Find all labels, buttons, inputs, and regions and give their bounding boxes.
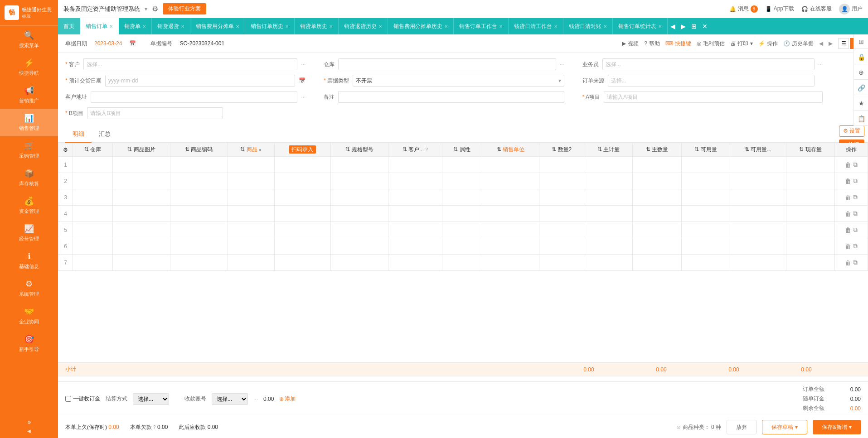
tab-return-history[interactable]: 销货退货历史 ✕ bbox=[339, 18, 388, 34]
app-download-btn[interactable]: 📱 App下载 bbox=[765, 5, 794, 13]
sidebar-item-system[interactable]: ⚙ 系统管理 bbox=[0, 274, 58, 302]
tab-summary[interactable]: 汇总 bbox=[92, 126, 118, 143]
row-5-delete[interactable]: 🗑 bbox=[845, 226, 851, 234]
row-7-copy[interactable]: ⧉ bbox=[853, 259, 858, 266]
delivery-calendar-icon[interactable]: 📅 bbox=[299, 77, 305, 84]
col-mainqty-sort[interactable]: ⇅ bbox=[646, 146, 650, 153]
ticket-dropdown-icon[interactable]: ▾ bbox=[558, 77, 561, 84]
save-new-dropdown-icon[interactable]: ▾ bbox=[849, 424, 852, 430]
warehouse-more-icon[interactable]: ··· bbox=[560, 61, 564, 67]
tab-close-goods[interactable]: ✕ bbox=[142, 24, 146, 29]
save-draft-btn[interactable]: 保存草稿 ▾ bbox=[762, 420, 807, 434]
view-btn[interactable]: ▶ 视频 bbox=[622, 40, 639, 48]
order-source-input[interactable] bbox=[608, 75, 815, 87]
shortcut-btn[interactable]: ⌨ 快捷键 bbox=[665, 40, 691, 48]
top-settings-icon[interactable]: ⚙ bbox=[152, 5, 158, 13]
layout-list-btn[interactable]: ☰ bbox=[838, 38, 849, 49]
sidebar-item-inventory[interactable]: 📦 库存核算 bbox=[0, 164, 58, 192]
row-2-copy[interactable]: ⧉ bbox=[853, 177, 858, 185]
sidebar-item-basic-info[interactable]: ℹ 基础信息 bbox=[0, 247, 58, 274]
row-4-delete[interactable]: 🗑 bbox=[845, 210, 851, 217]
customer-addr-more-icon[interactable]: ··· bbox=[301, 94, 305, 100]
customer-more-icon[interactable]: ··· bbox=[301, 61, 305, 67]
col-qty2-sort[interactable]: ⇅ bbox=[552, 146, 556, 153]
right-icon-4[interactable]: 🔗 bbox=[854, 81, 868, 95]
history-btn[interactable]: 🕐 历史单据 bbox=[783, 40, 814, 48]
col-unit-sort[interactable]: ⇅ bbox=[497, 146, 501, 153]
sidebar-item-marketing[interactable]: 📢 营销推广 bbox=[0, 81, 58, 109]
tab-sales-workbench[interactable]: 销售订单工作台 ✕ bbox=[454, 18, 509, 34]
tab-sales-fee[interactable]: 销售费用分摊单 ✕ bbox=[190, 18, 245, 34]
row-1-copy[interactable]: ⧉ bbox=[853, 161, 858, 168]
account-more-icon[interactable]: ··· bbox=[253, 396, 258, 402]
warehouse-input[interactable]: 成品库 bbox=[338, 58, 556, 70]
tab-sales-return[interactable]: 销货退货 ✕ bbox=[152, 18, 190, 34]
tab-sales-goods[interactable]: 销货单 ✕ bbox=[119, 18, 152, 34]
customer-input[interactable] bbox=[83, 58, 297, 70]
tab-close-fee[interactable]: ✕ bbox=[236, 24, 239, 29]
tab-close-stats[interactable]: ✕ bbox=[658, 24, 662, 29]
b-project-input[interactable] bbox=[87, 107, 223, 119]
row-3-delete[interactable]: 🗑 bbox=[845, 193, 851, 201]
col-spec-sort[interactable]: ⇅ bbox=[345, 146, 350, 153]
right-icon-5[interactable]: ★ bbox=[854, 96, 868, 111]
row-2-delete[interactable]: 🗑 bbox=[845, 177, 851, 185]
tab-close-workbench[interactable]: ✕ bbox=[499, 24, 503, 29]
col-attr-sort[interactable]: ⇅ bbox=[453, 146, 458, 153]
tab-goods-history[interactable]: 销货单历史 ✕ bbox=[295, 18, 339, 34]
settle-method-select[interactable]: 选择... bbox=[133, 393, 169, 405]
row-6-delete[interactable]: 🗑 bbox=[845, 242, 851, 250]
industry-btn[interactable]: 体验行业方案 bbox=[163, 3, 206, 14]
next-record[interactable]: ▶ bbox=[829, 40, 833, 47]
row-5-copy[interactable]: ⧉ bbox=[853, 226, 858, 234]
tab-close-reconcile[interactable]: ✕ bbox=[603, 24, 607, 29]
tab-close-history[interactable]: ✕ bbox=[285, 24, 289, 29]
settings-btn[interactable]: ⚙ 设置 bbox=[839, 125, 864, 137]
right-icon-6[interactable]: 📋 bbox=[854, 111, 868, 126]
tab-fee-history[interactable]: 销售费用分摊单历史 ✕ bbox=[388, 18, 454, 34]
customer-addr-input[interactable] bbox=[91, 91, 297, 103]
col-avail2-sort[interactable]: ⇅ bbox=[745, 146, 749, 153]
sidebar-item-sales[interactable]: 📊 销售管理 bbox=[0, 109, 58, 136]
tab-sales-history[interactable]: 销售订单历史 ✕ bbox=[245, 18, 295, 34]
a-project-input[interactable] bbox=[604, 91, 823, 103]
help-btn[interactable]: ? 帮助 bbox=[644, 40, 660, 48]
col-settings[interactable]: ⚙ bbox=[58, 143, 73, 157]
col-stock-sort[interactable]: ⇅ bbox=[799, 146, 804, 153]
sidebar-item-purchase[interactable]: 🛒 采购管理 bbox=[0, 136, 58, 164]
sidebar-item-business[interactable]: 📈 经营管理 bbox=[0, 219, 58, 247]
operate-btn[interactable]: ⚡ 操作 bbox=[758, 40, 778, 48]
calendar-icon[interactable]: 📅 bbox=[129, 40, 136, 47]
table-scrollbar[interactable] bbox=[58, 376, 868, 381]
row-7-delete[interactable]: 🗑 bbox=[845, 259, 851, 266]
salesperson-input[interactable] bbox=[602, 58, 815, 70]
tab-stats[interactable]: 销售订单统计表 ✕ bbox=[613, 18, 668, 34]
delivery-input[interactable] bbox=[105, 75, 295, 87]
tab-close-daily[interactable]: ✕ bbox=[554, 24, 558, 29]
tab-close-goods-history[interactable]: ✕ bbox=[329, 24, 333, 29]
discard-btn[interactable]: 放弃 bbox=[727, 420, 756, 434]
one-click-deposit-checkbox[interactable]: 一键收订金 bbox=[65, 395, 100, 403]
save-new-btn[interactable]: 保存&新增 ▾ bbox=[813, 420, 861, 434]
sidebar-collapse[interactable]: ◀ bbox=[27, 428, 31, 433]
tab-menu[interactable]: ⊞ bbox=[689, 23, 699, 30]
messages-btn[interactable]: 🔔 消息 9 bbox=[729, 5, 758, 13]
row-4-copy[interactable]: ⧉ bbox=[853, 210, 858, 217]
col-customer-sort[interactable]: ⇅ bbox=[402, 146, 407, 153]
user-btn[interactable]: 👤 用户 bbox=[839, 4, 863, 14]
salesperson-more-icon[interactable]: ··· bbox=[818, 61, 823, 67]
tab-close-fee-history[interactable]: ✕ bbox=[444, 24, 448, 29]
row-3-copy[interactable]: ⧉ bbox=[853, 193, 858, 201]
tab-daily-clear[interactable]: 钱货日清工作台 ✕ bbox=[509, 18, 563, 34]
one-click-checkbox[interactable] bbox=[65, 396, 71, 402]
right-icon-2[interactable]: 🔒 bbox=[854, 50, 868, 64]
row-1-delete[interactable]: 🗑 bbox=[845, 161, 851, 168]
col-avail-sort[interactable]: ⇅ bbox=[694, 146, 699, 153]
row-6-copy[interactable]: ⧉ bbox=[853, 242, 858, 250]
sidebar-item-enterprise[interactable]: 🤝 企业协同 bbox=[0, 302, 58, 330]
col-product-sort[interactable]: ⇅ bbox=[240, 146, 245, 153]
profit-btn[interactable]: ◎ 毛利预估 bbox=[697, 40, 725, 48]
tab-reconcile[interactable]: 钱货日清对账 ✕ bbox=[563, 18, 613, 34]
online-support-btn[interactable]: 🎧 在线客服 bbox=[801, 5, 832, 13]
col-mainunit-sort[interactable]: ⇅ bbox=[597, 146, 602, 153]
